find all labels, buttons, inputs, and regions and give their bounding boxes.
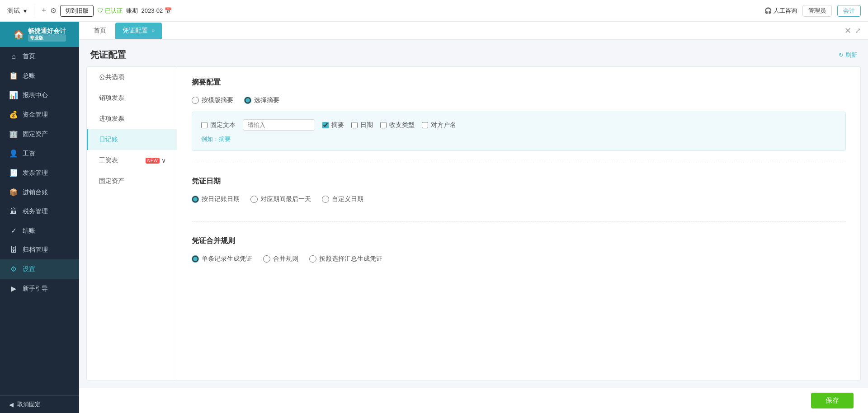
radio-custom-date-input[interactable] <box>322 196 329 203</box>
page-header: 凭证配置 ↻ 刷新 <box>79 40 868 66</box>
add-button[interactable]: + <box>42 6 47 15</box>
checkbox-counterparty[interactable]: 对方户名 <box>422 121 456 129</box>
summary-options-box: 固定文本 摘要 日期 <box>192 112 846 151</box>
radio-selected-summary-input[interactable] <box>309 255 316 263</box>
capital-icon: 💰 <box>9 110 18 119</box>
logo-text: 畅捷通好会计 <box>28 27 66 35</box>
payment-type-checkbox[interactable] <box>380 122 387 128</box>
summary-checkbox[interactable] <box>322 122 329 128</box>
sidebar-item-ledger[interactable]: 📋 总账 <box>0 66 79 85</box>
sidebar-item-settings[interactable]: ⚙ 设置 <box>0 259 79 279</box>
assets-icon: 🏢 <box>9 130 18 138</box>
calendar-icon[interactable]: 📅 <box>165 7 172 14</box>
save-button[interactable]: 保存 <box>811 393 854 408</box>
page-content: 凭证配置 ↻ 刷新 公共选项 销项发票 进项发票 <box>79 40 868 413</box>
report-icon: 📊 <box>9 91 18 99</box>
sidebar-item-assets[interactable]: 🏢 固定资产 <box>0 124 79 144</box>
sidebar-item-report[interactable]: 📊 报表中心 <box>0 85 79 105</box>
tab-voucher-config[interactable]: 凭证配置 × <box>115 23 162 39</box>
wage-icon: 👤 <box>9 149 18 158</box>
cancel-fixed-button[interactable]: ◀ 取消固定 <box>0 395 79 413</box>
sidebar-label-settings: 设置 <box>23 265 35 273</box>
config-layout: 公共选项 销项发票 进项发票 日记账 工资表 <box>86 66 861 380</box>
config-nav-sales-invoice[interactable]: 销项发票 <box>87 88 177 108</box>
closing-icon: ✓ <box>9 226 18 235</box>
sidebar-item-invoice[interactable]: 🧾 发票管理 <box>0 163 79 183</box>
payroll-nav-row: 工资表 NEW ∨ <box>99 156 166 164</box>
merge-radio-group: 单条记录生成凭证 合并规则 按照选择汇总生成凭证 <box>192 255 846 263</box>
sidebar-label-assets: 固定资产 <box>23 130 48 138</box>
bottom-bar: 保存 <box>79 388 868 413</box>
top-bar: 测试 ▾ + ⚙ 切到旧版 🛡 已认证 账期 2023-02 📅 🎧 人工咨询 … <box>0 0 868 22</box>
manager-button[interactable]: 管理员 <box>802 5 832 17</box>
tab-close-icon[interactable]: × <box>151 28 155 34</box>
sidebar-item-home[interactable]: ⌂ 首页 <box>0 47 79 66</box>
radio-merge-rules[interactable]: 合并规则 <box>263 255 298 263</box>
divider <box>34 6 34 15</box>
company-selector[interactable]: 测试 ▾ <box>7 7 27 15</box>
dropdown-icon[interactable]: ▾ <box>24 7 27 14</box>
settings-button[interactable]: ⚙ <box>50 6 57 15</box>
config-nav-fixed-assets[interactable]: 固定资产 <box>87 171 177 192</box>
radio-journal-date[interactable]: 按日记账日期 <box>192 195 240 203</box>
radio-period-last-input[interactable] <box>250 196 258 203</box>
sidebar-item-wage[interactable]: 👤 工资 <box>0 144 79 163</box>
sidebar-scroll: ⌂ 首页 📋 总账 📊 报表中心 💰 资金管理 🏢 固定资产 👤 工资 <box>0 47 79 395</box>
sidebar-item-archive[interactable]: 🗄 归档管理 <box>0 240 79 259</box>
radio-single[interactable]: 单条记录生成凭证 <box>192 255 252 263</box>
window-close-button[interactable]: ✕ <box>844 26 851 36</box>
sales-icon: 📦 <box>9 188 18 197</box>
radio-select-input[interactable] <box>244 97 251 104</box>
radio-merge-rules-input[interactable] <box>263 255 270 263</box>
summary-options-row: 固定文本 摘要 日期 <box>201 119 836 131</box>
config-main: 摘要配置 按模版摘要 选择摘要 <box>177 67 860 380</box>
date-radio-group: 按日记账日期 对应期间最后一天 自定义日期 <box>192 195 846 203</box>
tab-home[interactable]: 首页 <box>86 23 113 39</box>
window-expand-button[interactable]: ⤢ <box>855 26 861 35</box>
radio-single-input[interactable] <box>192 255 199 263</box>
checkbox-fixed-text[interactable]: 固定文本 <box>201 121 236 129</box>
radio-template-summary[interactable]: 按模版摘要 <box>192 96 233 104</box>
guide-icon: ▶ <box>9 284 18 293</box>
radio-journal-date-input[interactable] <box>192 196 199 203</box>
sidebar-item-closing[interactable]: ✓ 结账 <box>0 221 79 240</box>
refresh-button[interactable]: ↻ 刷新 <box>839 51 857 59</box>
config-nav-public[interactable]: 公共选项 <box>87 67 177 88</box>
switch-old-button[interactable]: 切到旧版 <box>60 5 94 17</box>
sidebar-item-guide[interactable]: ▶ 新手引导 <box>0 279 79 298</box>
radio-custom-date[interactable]: 自定义日期 <box>322 195 363 203</box>
content-area: 首页 凭证配置 × ✕ ⤢ 凭证配置 ↻ 刷新 <box>79 22 868 413</box>
date-checkbox[interactable] <box>351 122 358 128</box>
sidebar-label-wage: 工资 <box>23 150 35 158</box>
sidebar-label-closing: 结账 <box>23 227 35 235</box>
radio-template-input[interactable] <box>192 97 199 104</box>
fixed-text-checkbox[interactable] <box>201 122 208 128</box>
sidebar-label-home: 首页 <box>23 52 35 61</box>
checkbox-payment-type[interactable]: 收支类型 <box>380 121 415 129</box>
sidebar-label-capital: 资金管理 <box>23 111 48 119</box>
checkbox-summary[interactable]: 摘要 <box>322 121 344 129</box>
new-badge: NEW <box>146 158 160 164</box>
fixed-text-input[interactable] <box>243 119 315 131</box>
pin-icon: ◀ <box>9 401 14 408</box>
config-nav-purchase-invoice[interactable]: 进项发票 <box>87 108 177 129</box>
tax-icon: 🏛 <box>9 207 18 216</box>
sidebar-item-capital[interactable]: 💰 资金管理 <box>0 105 79 124</box>
radio-selected-summary[interactable]: 按照选择汇总生成凭证 <box>309 255 382 263</box>
counterparty-checkbox[interactable] <box>422 122 428 128</box>
sidebar-item-tax[interactable]: 🏛 税务管理 <box>0 202 79 221</box>
checkbox-date[interactable]: 日期 <box>351 121 373 129</box>
config-nav-payroll[interactable]: 工资表 NEW ∨ <box>87 150 177 171</box>
accountant-button[interactable]: 会计 <box>837 5 861 17</box>
merge-title: 凭证合并规则 <box>192 236 846 246</box>
config-nav-journal[interactable]: 日记账 <box>87 129 177 150</box>
sidebar-item-sales[interactable]: 📦 进销台账 <box>0 183 79 202</box>
settings-icon: ⚙ <box>9 265 18 273</box>
consult-button[interactable]: 🎧 人工咨询 <box>764 7 797 15</box>
expand-icon[interactable]: ∨ <box>161 157 166 164</box>
sidebar: 🏠 畅捷通好会计 专业版 ⌂ 首页 📋 总账 📊 报表中心 💰 资金管理 <box>0 22 79 413</box>
edition-badge: 专业版 <box>28 34 66 42</box>
radio-select-summary[interactable]: 选择摘要 <box>244 96 279 104</box>
radio-period-last[interactable]: 对应期间最后一天 <box>250 195 311 203</box>
sidebar-label-tax: 税务管理 <box>23 207 48 216</box>
